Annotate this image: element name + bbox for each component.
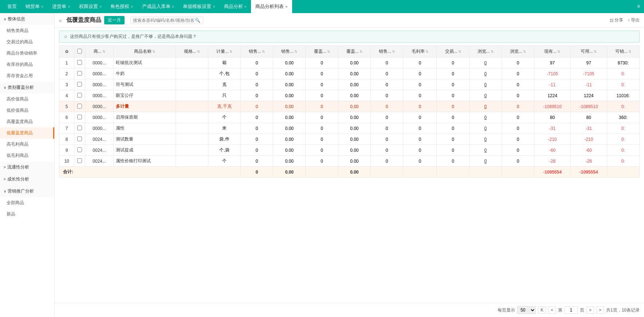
row-browse1[interactable]: 0	[469, 68, 502, 79]
row-browse1[interactable]: 0	[469, 90, 502, 101]
per-page-select[interactable]: 50 20 100	[517, 306, 536, 314]
row-checkbox[interactable]	[74, 90, 85, 101]
row-code: 0000...	[85, 68, 114, 79]
nav-product-analysis-list-close[interactable]: ×	[285, 4, 287, 9]
row-coverage2: 0.00	[338, 101, 370, 112]
row-checkbox[interactable]	[74, 156, 85, 167]
nav-sales[interactable]: 销货单 ×	[21, 0, 48, 13]
th-spec: 规格...⇅	[176, 46, 208, 58]
row-name[interactable]: 启用保质期	[114, 112, 176, 123]
row-browse2: 0	[502, 58, 534, 68]
export-btn[interactable]: ↑ 导出	[628, 17, 640, 23]
row-checkbox[interactable]	[74, 112, 85, 123]
row-browse2: 0	[502, 134, 534, 145]
nav-roles-close[interactable]: ×	[131, 4, 133, 9]
th-settings[interactable]: ⚙	[59, 46, 74, 58]
sidebar-item-low-value[interactable]: 低价值商品	[0, 105, 54, 116]
row-name[interactable]: 属性	[114, 123, 176, 134]
row-name[interactable]: 眼宝公仔	[114, 90, 176, 101]
row-gross-margin: 0	[403, 68, 437, 79]
row-spec	[176, 156, 208, 167]
row-name[interactable]: 属性价格打印测试	[114, 156, 176, 167]
row-name[interactable]: 旺辅批次测试	[114, 58, 176, 68]
sidebar-item-stocked-goods[interactable]: 有库存的商品	[0, 59, 54, 70]
last-page-btn[interactable]: >	[596, 306, 604, 314]
nav-permissions-close[interactable]: ×	[99, 4, 102, 9]
nav-purchase[interactable]: 进货单 ×	[48, 0, 74, 13]
sidebar-section-circulation[interactable]: > 流通性分析	[0, 161, 54, 173]
row-checkbox[interactable]	[74, 58, 85, 68]
row-browse1[interactable]: 0	[469, 123, 502, 134]
row-browse1[interactable]: 0	[469, 156, 502, 167]
sidebar-item-all-goods[interactable]: 全部商品	[0, 197, 54, 209]
sidebar-section-overall[interactable]: ∨ 整体信息	[0, 13, 54, 25]
row-coverage2: 0.00	[338, 90, 370, 101]
arrow-icon: ∨	[4, 17, 6, 21]
row-checkbox[interactable]	[74, 68, 85, 79]
row-browse1[interactable]: 0	[469, 79, 502, 90]
sidebar-section-growth[interactable]: > 成长性分析	[0, 173, 54, 185]
row-checkbox[interactable]	[74, 145, 85, 156]
sidebar-item-sales-goods[interactable]: 销售类商品	[0, 25, 54, 36]
row-browse1[interactable]: 0	[469, 134, 502, 145]
row-browse2: 0	[502, 79, 534, 90]
nav-home[interactable]: 首页	[3, 0, 21, 13]
sidebar-item-high-value[interactable]: 高价值商品	[0, 94, 54, 105]
row-name[interactable]: 测试提成	[114, 145, 176, 156]
summary-empty7	[607, 167, 639, 178]
window-close-btn[interactable]: ×	[637, 3, 640, 10]
row-browse1[interactable]: 0	[469, 145, 502, 156]
row-checkbox[interactable]	[74, 101, 85, 112]
sidebar-item-low-margin[interactable]: 低毛利商品	[0, 150, 54, 161]
nav-product-analysis[interactable]: 商品分析 ×	[220, 0, 251, 13]
next-page-btn[interactable]: >	[586, 306, 594, 314]
row-browse1[interactable]: 0	[469, 112, 502, 123]
prev-page-btn[interactable]: <	[548, 306, 556, 314]
sidebar-item-new-goods[interactable]: 新品	[0, 209, 54, 220]
row-spec	[176, 79, 208, 90]
row-num: 3	[59, 79, 74, 90]
nav-purchase-close[interactable]: ×	[68, 4, 70, 9]
row-checkbox[interactable]	[74, 134, 85, 145]
row-browse1[interactable]: 0	[469, 58, 502, 68]
row-name[interactable]: 符号测试	[114, 79, 176, 90]
sidebar-item-traded-goods[interactable]: 交易过的商品	[0, 36, 54, 48]
nav-product-stock-close[interactable]: ×	[172, 4, 174, 9]
sidebar-item-high-margin[interactable]: 高毛利商品	[0, 139, 54, 150]
row-sales-qty: 0	[241, 90, 273, 101]
row-sales-qty: 0	[241, 58, 273, 68]
row-name[interactable]: 多计量	[114, 101, 176, 112]
date-filter-btn[interactable]: 近一月	[104, 16, 125, 24]
row-browse1[interactable]: 0	[469, 101, 502, 112]
share-btn[interactable]: ⊡ 分享	[610, 17, 623, 23]
sidebar-item-high-coverage[interactable]: 高覆盖度商品	[0, 116, 54, 127]
sidebar-item-category-rate[interactable]: 商品分类动销率	[0, 48, 54, 59]
first-page-btn[interactable]: K	[538, 306, 546, 314]
row-name[interactable]: 牛奶	[114, 68, 176, 79]
per-page-label: 每页显示	[498, 307, 515, 313]
search-icon[interactable]: 🔍	[195, 18, 200, 23]
row-num: 1	[59, 58, 74, 68]
nav-product-analysis-close[interactable]: ×	[244, 4, 247, 9]
nav-permissions[interactable]: 权限设置 ×	[75, 0, 106, 13]
page-number-input[interactable]	[565, 306, 578, 314]
row-checkbox[interactable]	[74, 79, 85, 90]
sidebar-item-low-coverage[interactable]: 低覆盖度商品	[0, 127, 54, 139]
sidebar-section-marketing[interactable]: ∨ 营销推广分析	[0, 185, 54, 197]
nav-product-analysis-list[interactable]: 商品分析列表 ×	[251, 0, 292, 13]
nav-template-close[interactable]: ×	[213, 4, 215, 9]
sidebar-section-category[interactable]: ∨ 类别覆盖分析	[0, 82, 54, 94]
select-all-checkbox[interactable]	[77, 49, 82, 54]
row-sales-qty: 0	[241, 68, 273, 79]
sidebar: ∨ 整体信息 销售类商品 交易过的商品 商品分类动销率 有库存的商品 库存资金占…	[0, 13, 55, 317]
sidebar-item-inventory-capital[interactable]: 库存资金占用	[0, 70, 54, 82]
th-checkbox[interactable]	[74, 46, 85, 58]
nav-product-stock[interactable]: 产成品入库单 ×	[138, 0, 178, 13]
nav-sales-close[interactable]: ×	[41, 4, 43, 9]
collapse-sidebar-btn[interactable]: «	[59, 17, 62, 23]
row-checkbox[interactable]	[74, 123, 85, 134]
nav-roles[interactable]: 角色授权 ×	[106, 0, 137, 13]
nav-template[interactable]: 单据模板设置 ×	[178, 0, 219, 13]
row-name[interactable]: 测试数量	[114, 134, 176, 145]
search-input[interactable]	[133, 18, 195, 23]
